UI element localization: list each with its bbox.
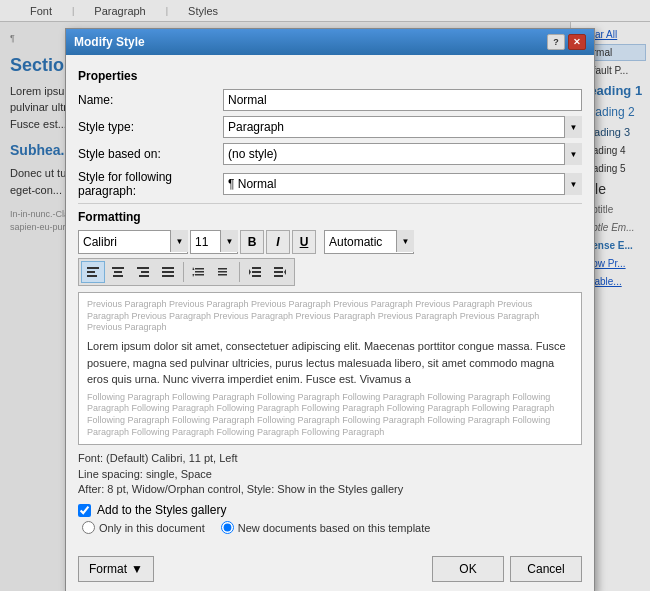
- svg-rect-20: [252, 267, 261, 269]
- preview-prev-text: Previous Paragraph Previous Paragraph Pr…: [87, 299, 573, 334]
- font-name-select[interactable]: Calibri Arial Times New Roman: [78, 230, 188, 254]
- add-to-gallery-label: Add to the Styles gallery: [97, 503, 226, 517]
- radio-only-label: Only in this document: [99, 522, 205, 534]
- align-right-icon: [136, 265, 150, 279]
- style-following-select[interactable]: ¶ Normal ¶ Heading 1: [223, 173, 582, 195]
- radio-new-input[interactable]: [221, 521, 234, 534]
- svg-rect-8: [139, 275, 149, 277]
- style-type-row: Style type: Paragraph Character Linked T…: [78, 116, 582, 138]
- properties-section-label: Properties: [78, 69, 582, 83]
- dialog-title: Modify Style: [74, 35, 145, 49]
- italic-button[interactable]: I: [266, 230, 290, 254]
- preview-next-text: Following Paragraph Following Paragraph …: [87, 392, 573, 439]
- align-center-button[interactable]: [106, 261, 130, 283]
- radio-only-input[interactable]: [82, 521, 95, 534]
- font-color-select[interactable]: Automatic Black Red Blue: [324, 230, 414, 254]
- style-based-label: Style based on:: [78, 147, 223, 161]
- svg-rect-14: [195, 274, 204, 276]
- style-following-select-wrapper: ¶ Normal ¶ Heading 1 ▼: [223, 173, 582, 195]
- name-input[interactable]: [223, 89, 582, 111]
- properties-divider: [78, 203, 582, 204]
- svg-marker-16: [193, 274, 195, 277]
- style-type-select[interactable]: Paragraph Character Linked Table List: [223, 116, 582, 138]
- svg-rect-18: [218, 271, 227, 273]
- dialog-titlebar: Modify Style ? ✕: [66, 29, 594, 55]
- style-based-select[interactable]: (no style) Normal Heading 1: [223, 143, 582, 165]
- add-to-gallery-checkbox[interactable]: [78, 504, 91, 517]
- radio-new-option: New documents based on this template: [221, 521, 431, 534]
- ok-cancel-buttons: OK Cancel: [432, 556, 582, 582]
- align-left-icon: [86, 265, 100, 279]
- svg-rect-21: [252, 271, 261, 273]
- svg-rect-3: [112, 267, 124, 269]
- svg-marker-27: [284, 269, 286, 275]
- add-to-gallery-row: Add to the Styles gallery: [78, 503, 582, 517]
- line-spacing-button[interactable]: [187, 261, 211, 283]
- para-spacing-button[interactable]: [212, 261, 236, 283]
- svg-rect-2: [87, 275, 97, 277]
- svg-rect-26: [274, 275, 283, 277]
- align-justify-button[interactable]: [156, 261, 180, 283]
- format-dropdown-label: Format: [89, 562, 127, 576]
- style-following-row: Style for following paragraph: ¶ Normal …: [78, 170, 582, 198]
- format-dropdown-arrow: ▼: [131, 562, 143, 576]
- name-row: Name:: [78, 89, 582, 111]
- svg-rect-10: [162, 271, 174, 273]
- line-spacing-icon: [192, 265, 206, 279]
- svg-rect-4: [114, 271, 122, 273]
- align-left-button[interactable]: [81, 261, 105, 283]
- titlebar-buttons: ? ✕: [547, 34, 586, 50]
- font-size-wrapper: 11 8910 121416 ▼: [190, 230, 238, 254]
- name-label: Name:: [78, 93, 223, 107]
- font-name-wrapper: Calibri Arial Times New Roman ▼: [78, 230, 188, 254]
- svg-rect-17: [218, 268, 227, 270]
- style-following-label: Style for following paragraph:: [78, 170, 223, 198]
- bold-button[interactable]: B: [240, 230, 264, 254]
- style-based-select-wrapper: (no style) Normal Heading 1 ▼: [223, 143, 582, 165]
- svg-rect-9: [162, 267, 174, 269]
- indent-decrease-icon: [248, 265, 262, 279]
- svg-marker-23: [249, 269, 251, 275]
- dialog-body: Properties Name: Style type: Paragraph C…: [66, 55, 594, 552]
- radio-group: Only in this document New documents base…: [82, 521, 582, 534]
- svg-rect-12: [195, 268, 204, 270]
- indent-increase-icon: [273, 265, 287, 279]
- style-description: Font: (Default) Calibri, 11 pt, Left Lin…: [78, 451, 582, 497]
- align-sep2: [239, 262, 240, 282]
- align-center-icon: [111, 265, 125, 279]
- align-justify-icon: [161, 265, 175, 279]
- svg-rect-11: [162, 275, 174, 277]
- align-sep1: [183, 262, 184, 282]
- ok-button[interactable]: OK: [432, 556, 504, 582]
- radio-only-option: Only in this document: [82, 521, 205, 534]
- align-right-button[interactable]: [131, 261, 155, 283]
- preview-main-text: Lorem ipsum dolor sit amet, consectetuer…: [87, 338, 573, 388]
- help-button[interactable]: ?: [547, 34, 565, 50]
- format-dropdown-button[interactable]: Format ▼: [78, 556, 154, 582]
- radio-new-label: New documents based on this template: [238, 522, 431, 534]
- font-color-wrapper: Automatic Black Red Blue ▼: [324, 230, 414, 254]
- style-type-label: Style type:: [78, 120, 223, 134]
- svg-rect-22: [252, 275, 261, 277]
- indent-decrease-button[interactable]: [243, 261, 267, 283]
- modify-style-dialog: Modify Style ? ✕ Properties Name: Style …: [65, 28, 595, 591]
- svg-marker-15: [193, 267, 195, 270]
- alignment-toolbar: [78, 258, 295, 286]
- style-type-select-wrapper: Paragraph Character Linked Table List ▼: [223, 116, 582, 138]
- format-toolbar-row1: Calibri Arial Times New Roman ▼ 11 8910 …: [78, 230, 582, 254]
- svg-rect-7: [141, 271, 149, 273]
- close-button[interactable]: ✕: [568, 34, 586, 50]
- preview-box: Previous Paragraph Previous Paragraph Pr…: [78, 292, 582, 445]
- underline-button[interactable]: U: [292, 230, 316, 254]
- para-spacing-icon: [217, 265, 231, 279]
- style-based-row: Style based on: (no style) Normal Headin…: [78, 143, 582, 165]
- cancel-button[interactable]: Cancel: [510, 556, 582, 582]
- svg-rect-19: [218, 274, 227, 276]
- svg-rect-25: [274, 271, 283, 273]
- svg-rect-0: [87, 267, 99, 269]
- font-size-select[interactable]: 11 8910 121416: [190, 230, 238, 254]
- indent-increase-button[interactable]: [268, 261, 292, 283]
- formatting-section-label: Formatting: [78, 210, 582, 224]
- dialog-footer: Format ▼ OK Cancel: [66, 552, 594, 591]
- svg-rect-24: [274, 267, 283, 269]
